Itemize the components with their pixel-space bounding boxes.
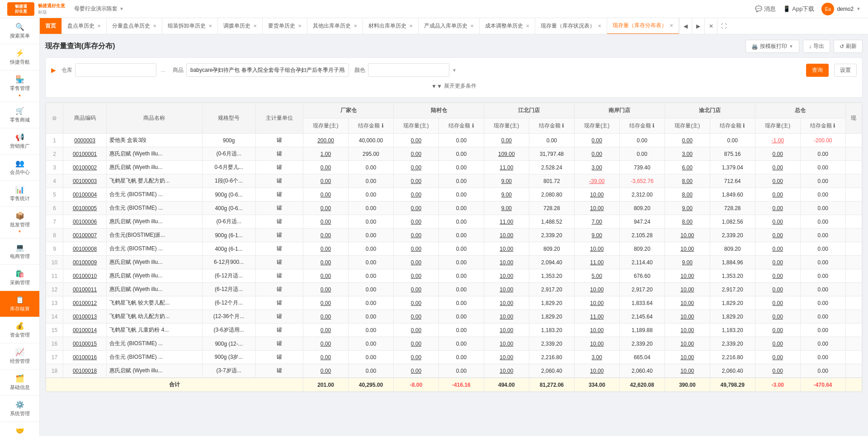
- cell-jb-stock[interactable]: 10.00: [484, 364, 529, 378]
- cell-lc-stock[interactable]: 0.00: [394, 215, 439, 229]
- cell-fac-stock[interactable]: 0.00: [303, 269, 349, 283]
- cell-yb-stock[interactable]: 9.00: [665, 202, 710, 215]
- cell-na-stock[interactable]: 7.00: [574, 215, 619, 229]
- cell-total-stock[interactable]: 0.00: [755, 337, 800, 351]
- tab-assembly-history[interactable]: 组装拆卸单历史 ✕: [162, 18, 218, 34]
- tab-prev-btn[interactable]: ◀: [679, 18, 692, 34]
- tab-finished-history-close[interactable]: ✕: [470, 23, 474, 28]
- sidebar-item-wholesale[interactable]: 📦 批发管理 ▼: [0, 207, 39, 239]
- cell-fac-stock[interactable]: 0.00: [303, 202, 349, 215]
- cell-na-stock[interactable]: 10.00: [574, 202, 619, 215]
- tab-portion-history-close[interactable]: ✕: [153, 23, 156, 28]
- sidebar-item-ecommerce[interactable]: 💻 电商管理: [0, 239, 39, 265]
- sidebar-item-member[interactable]: 👥 会员中心: [0, 155, 39, 181]
- tab-stock-distribution[interactable]: 现存量（库存分布表） ✕: [607, 18, 679, 34]
- cell-jb-stock[interactable]: 10.00: [484, 296, 529, 310]
- tab-material-history[interactable]: 材料出库单历史 ✕: [363, 18, 419, 34]
- cell-total-stock[interactable]: 0.00: [755, 351, 800, 364]
- cell-total-stock[interactable]: 0.00: [755, 323, 800, 337]
- cell-jb-stock[interactable]: 9.00: [484, 202, 529, 215]
- cell-total-stock[interactable]: 0.00: [755, 147, 800, 161]
- sidebar-item-retail-stats[interactable]: 📊 零售统计: [0, 181, 39, 207]
- cell-yb-stock[interactable]: 10.00: [665, 337, 710, 351]
- sidebar-item-basics[interactable]: 🗂️ 基础信息: [0, 370, 39, 396]
- cell-yb-stock[interactable]: 10.00: [665, 310, 710, 323]
- cell-code[interactable]: 00100010: [63, 269, 107, 283]
- tab-transfer-history-close[interactable]: ✕: [253, 23, 257, 28]
- cell-total-stock[interactable]: 0.00: [755, 229, 800, 242]
- sidebar-item-system[interactable]: ⚙️ 系统管理: [0, 396, 39, 422]
- cell-jb-stock[interactable]: 10.00: [484, 310, 529, 323]
- export-btn[interactable]: ↓ 导出: [803, 40, 830, 53]
- cell-jb-stock[interactable]: 10.00: [484, 256, 529, 269]
- cell-code[interactable]: 00100009: [63, 256, 107, 269]
- user-menu[interactable]: Ea demo2 ▼: [821, 3, 861, 15]
- cell-code[interactable]: 00100006: [63, 215, 107, 229]
- cell-fac-stock[interactable]: 0.00: [303, 283, 349, 296]
- cell-yb-stock[interactable]: 10.00: [665, 296, 710, 310]
- cell-yb-stock[interactable]: 10.00: [665, 229, 710, 242]
- tab-assembly-history-close[interactable]: ✕: [208, 23, 212, 28]
- cell-lc-stock[interactable]: 0.00: [394, 351, 439, 364]
- cell-na-stock[interactable]: 3.00: [574, 161, 619, 174]
- cell-na-stock[interactable]: 3.00: [574, 351, 619, 364]
- cell-na-stock[interactable]: 10.00: [574, 242, 619, 256]
- cell-yb-stock[interactable]: 10.00: [665, 269, 710, 283]
- cell-fac-stock[interactable]: 0.00: [303, 323, 349, 337]
- cell-code[interactable]: 00100003: [63, 174, 107, 188]
- cell-yb-stock[interactable]: 10.00: [665, 351, 710, 364]
- cell-yb-stock[interactable]: 10.00: [665, 364, 710, 378]
- sidebar-item-retail-shop[interactable]: 🛒 零售商城: [0, 102, 39, 128]
- cell-yb-stock[interactable]: 3.00: [665, 147, 710, 161]
- cell-lc-stock[interactable]: 0.00: [394, 256, 439, 269]
- refresh-btn[interactable]: ↺ 刷新: [834, 40, 863, 53]
- cell-yb-stock[interactable]: 10.00: [665, 283, 710, 296]
- tab-transfer-history[interactable]: 调拨单历史 ✕: [218, 18, 263, 34]
- cell-jb-stock[interactable]: 10.00: [484, 242, 529, 256]
- tab-portion-history[interactable]: 分量盘点单历史 ✕: [107, 18, 162, 34]
- cell-na-stock[interactable]: 11.00: [574, 256, 619, 269]
- warehouse-ellipsis[interactable]: ...: [159, 67, 167, 73]
- cell-fac-stock[interactable]: 0.00: [303, 242, 349, 256]
- cell-total-stock[interactable]: 0.00: [755, 269, 800, 283]
- cell-total-stock[interactable]: 0.00: [755, 188, 800, 202]
- cell-total-stock[interactable]: 0.00: [755, 215, 800, 229]
- tab-outbound-history-close[interactable]: ✕: [354, 23, 357, 28]
- message-btn[interactable]: 💬 消息: [755, 5, 776, 13]
- cell-na-stock[interactable]: 10.00: [574, 337, 619, 351]
- tab-stock-status-close[interactable]: ✕: [598, 23, 601, 28]
- cell-total-stock[interactable]: 0.00: [755, 161, 800, 174]
- cell-jb-stock[interactable]: 9.00: [484, 174, 529, 188]
- cell-lc-stock[interactable]: 0.00: [394, 188, 439, 202]
- query-btn[interactable]: 查询: [806, 64, 829, 77]
- cell-yb-stock[interactable]: 10.00: [665, 242, 710, 256]
- cell-total-stock[interactable]: 0.00: [755, 202, 800, 215]
- cell-yb-stock[interactable]: 0.00: [665, 134, 710, 147]
- sidebar-item-retail[interactable]: 🏪 零售管理 ▲: [0, 70, 39, 102]
- cell-lc-stock[interactable]: 0.00: [394, 161, 439, 174]
- cell-code[interactable]: 00100018: [63, 364, 107, 378]
- cell-na-stock[interactable]: 11.00: [574, 310, 619, 323]
- cell-na-stock[interactable]: 5.00: [574, 269, 619, 283]
- cell-yb-stock[interactable]: 10.00: [665, 323, 710, 337]
- cell-code[interactable]: 00100016: [63, 351, 107, 364]
- cell-na-stock[interactable]: 10.00: [574, 296, 619, 310]
- cell-jb-stock[interactable]: 10.00: [484, 323, 529, 337]
- cell-jb-stock[interactable]: 9.00: [484, 188, 529, 202]
- cell-na-stock[interactable]: 10.00: [574, 188, 619, 202]
- cell-lc-stock[interactable]: 0.00: [394, 174, 439, 188]
- warehouse-input[interactable]: [75, 63, 156, 77]
- cell-code[interactable]: 00100012: [63, 296, 107, 310]
- tab-order-history-close[interactable]: ✕: [298, 23, 302, 28]
- industry-selector[interactable]: 母婴行业演示陈套: [74, 5, 118, 13]
- cell-yb-stock[interactable]: 6.00: [665, 161, 710, 174]
- tab-stock-distribution-close[interactable]: ✕: [670, 23, 673, 28]
- cell-fac-stock[interactable]: 0.00: [303, 215, 349, 229]
- cell-code[interactable]: 00100008: [63, 242, 107, 256]
- sidebar-item-nav[interactable]: ⚡ 快捷导航: [0, 44, 39, 70]
- cell-lc-stock[interactable]: 0.00: [394, 202, 439, 215]
- cell-jb-stock[interactable]: 10.00: [484, 351, 529, 364]
- tab-stock-history-close[interactable]: ✕: [97, 23, 101, 28]
- tab-close-all-btn[interactable]: ✕: [704, 18, 717, 34]
- tab-cost-history[interactable]: 成本调整单历史 ✕: [480, 18, 535, 34]
